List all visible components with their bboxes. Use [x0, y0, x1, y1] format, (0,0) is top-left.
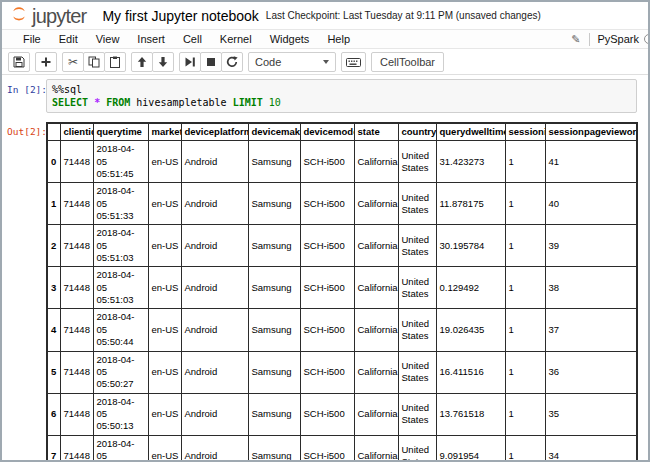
table-cell: United States: [398, 183, 436, 225]
interrupt-kernel-button[interactable]: [200, 52, 222, 72]
run-cell-button[interactable]: [179, 52, 201, 72]
table-cell: 2018-04-05 05:51:03: [93, 225, 148, 267]
column-header: devicemake: [248, 123, 300, 141]
move-cell-up-button[interactable]: [131, 52, 153, 72]
table-cell: en-US: [148, 183, 181, 225]
menu-widgets[interactable]: Widgets: [261, 33, 319, 45]
table-row: 7714482018-04-05 05:50:04en-USAndroidSam…: [47, 435, 637, 462]
table-cell: Samsung: [248, 309, 300, 351]
command-palette-button[interactable]: [341, 52, 366, 72]
table-cell: California: [354, 309, 398, 351]
table-row: 3714482018-04-05 05:51:03en-USAndroidSam…: [47, 267, 637, 309]
table-cell: en-US: [148, 351, 181, 393]
table-cell: en-US: [148, 435, 181, 462]
table-cell: 30.195784: [436, 225, 505, 267]
cut-cells-button[interactable]: ✂: [62, 52, 84, 72]
jupyter-logo-icon: [9, 4, 29, 28]
scissors-icon: ✂: [68, 56, 78, 68]
menu-file[interactable]: File: [14, 33, 50, 45]
table-cell: en-US: [148, 225, 181, 267]
table-cell: SCH-i500: [300, 351, 354, 393]
row-index: 6: [47, 393, 60, 435]
table-cell: 71448: [60, 309, 93, 351]
paste-icon: [109, 56, 121, 68]
column-header: state: [354, 123, 398, 141]
paste-cells-button[interactable]: [104, 52, 126, 72]
menu-cell[interactable]: Cell: [174, 33, 211, 45]
column-header: devicemodel: [300, 123, 354, 141]
table-cell: California: [354, 393, 398, 435]
table-cell: Samsung: [248, 267, 300, 309]
output-prompt: Out[2]:: [6, 122, 46, 462]
cell-type-dropdown[interactable]: Code: [248, 52, 336, 72]
row-index: 3: [47, 267, 60, 309]
toolbar-button-groups: ✂: [8, 52, 243, 72]
table-cell: 1: [505, 225, 545, 267]
table-cell: en-US: [148, 267, 181, 309]
table-cell: SCH-i500: [300, 309, 354, 351]
kernel-indicator-area: ✎ PySpark: [571, 33, 648, 46]
table-cell: 41: [545, 141, 637, 183]
table-cell: Android: [181, 267, 248, 309]
plus-icon: [40, 56, 52, 68]
save-button[interactable]: [8, 52, 30, 72]
table-cell: 1: [505, 183, 545, 225]
jupyter-logo[interactable]: jupyter: [9, 4, 86, 28]
table-cell: SCH-i500: [300, 141, 354, 183]
toolbar-group: [179, 52, 243, 72]
move-cell-down-button[interactable]: [152, 52, 174, 72]
table-cell: SCH-i500: [300, 435, 354, 462]
row-index: 7: [47, 435, 60, 462]
kernel-name: PySpark: [597, 33, 639, 45]
table-cell: United States: [398, 393, 436, 435]
save-icon: [13, 56, 25, 68]
table-cell: California: [354, 435, 398, 462]
row-index: 2: [47, 225, 60, 267]
restart-icon: [226, 56, 238, 68]
insert-cell-below-button[interactable]: [35, 52, 57, 72]
table-cell: 2018-04-05 05:51:33: [93, 183, 148, 225]
table-cell: United States: [398, 435, 436, 462]
copy-cells-button[interactable]: [83, 52, 105, 72]
menu-help[interactable]: Help: [318, 33, 359, 45]
column-header: querydwelltime: [436, 123, 505, 141]
code-line: SELECT * FROM hivesampletable LIMIT 10: [52, 96, 631, 109]
table-row: 1714482018-04-05 05:51:33en-USAndroidSam…: [47, 183, 637, 225]
jupyter-notebook-window: jupyter My first Jupyter notebook Last C…: [0, 0, 650, 462]
celltoolbar-button[interactable]: CellToolbar: [371, 52, 444, 72]
table-cell: California: [354, 141, 398, 183]
cell-type-value: Code: [255, 56, 281, 68]
code-input-area[interactable]: %%sqlSELECT * FROM hivesampletable LIMIT…: [46, 79, 637, 113]
table-row: 4714482018-04-05 05:50:44en-USAndroidSam…: [47, 309, 637, 351]
table-cell: 1: [505, 309, 545, 351]
table-row: 6714482018-04-05 05:50:13en-USAndroidSam…: [47, 393, 637, 435]
table-cell: 71448: [60, 393, 93, 435]
menu-view[interactable]: View: [87, 33, 129, 45]
table-cell: en-US: [148, 309, 181, 351]
table-cell: 1: [505, 435, 545, 462]
table-cell: Android: [181, 351, 248, 393]
menu-kernel[interactable]: Kernel: [211, 33, 261, 45]
notebook-title[interactable]: My first Jupyter notebook: [102, 8, 258, 24]
table-cell: 2018-04-05 05:50:44: [93, 309, 148, 351]
column-header: [47, 123, 60, 141]
code-cell: In [2]: %%sqlSELECT * FROM hivesampletab…: [6, 79, 644, 113]
table-cell: 39: [545, 225, 637, 267]
table-cell: Android: [181, 393, 248, 435]
column-header: country: [398, 123, 436, 141]
table-cell: SCH-i500: [300, 267, 354, 309]
kernel-idle-icon: [644, 34, 648, 44]
input-prompt: In [2]:: [6, 79, 46, 113]
menu-edit[interactable]: Edit: [50, 33, 87, 45]
table-cell: 9.091954: [436, 435, 505, 462]
table-cell: 1: [505, 351, 545, 393]
menu-insert[interactable]: Insert: [128, 33, 174, 45]
table-cell: United States: [398, 225, 436, 267]
chevron-down-icon: [323, 60, 329, 64]
restart-kernel-button[interactable]: [221, 52, 243, 72]
table-cell: 19.026435: [436, 309, 505, 351]
stop-icon: [205, 56, 217, 68]
table-cell: 71448: [60, 351, 93, 393]
table-cell: Samsung: [248, 225, 300, 267]
table-cell: SCH-i500: [300, 393, 354, 435]
